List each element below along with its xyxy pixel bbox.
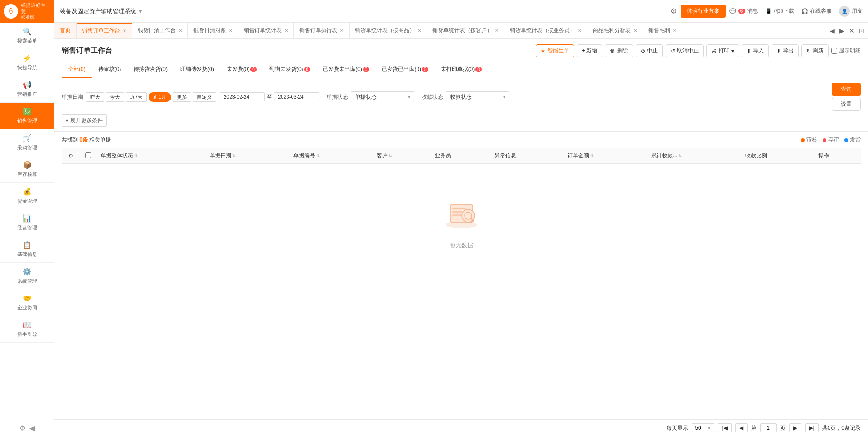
expand-conditions-btn[interactable]: ▾ 展开更多条件: [62, 114, 107, 127]
tab-sales-profit[interactable]: 销售毛利✕: [643, 23, 682, 39]
cancel-review-action-btn[interactable]: 弃审: [823, 136, 839, 144]
import-btn[interactable]: ⬆ 导入: [742, 44, 769, 57]
ship-label: 发货: [850, 136, 861, 144]
date-btn-更多[interactable]: 更多: [173, 92, 191, 102]
message-item[interactable]: 💬 6 消息: [729, 7, 758, 15]
review-action-btn[interactable]: 审核: [801, 136, 817, 144]
sub-tab-pending-review[interactable]: 待审核(0): [92, 62, 128, 78]
page-next-btn[interactable]: ▶: [789, 423, 801, 432]
payment-select[interactable]: 收款状态: [446, 91, 509, 102]
smart-create-btn[interactable]: ★ 智能生单: [536, 44, 574, 57]
tab-prev-btn[interactable]: ◀: [828, 26, 837, 35]
sub-tab-pending-inspect[interactable]: 待拣货发货(0): [127, 62, 174, 78]
tab-close-all-btn[interactable]: ✕: [847, 26, 856, 35]
sidebar-item-search[interactable]: 🔍搜索菜单: [0, 23, 54, 49]
collapse-btn[interactable]: ◀: [29, 424, 35, 432]
ship-action-btn[interactable]: 发货: [844, 136, 861, 144]
sidebar-icon-sales: 💹: [23, 107, 32, 116]
tab-cash-reconcile[interactable]: 钱货日清对账✕: [188, 23, 238, 39]
export-btn[interactable]: ⬇ 导出: [772, 44, 799, 57]
page-size-select[interactable]: 102050100: [692, 423, 714, 432]
date-label: 单据日期: [62, 93, 83, 101]
tab-close-product-margin[interactable]: ✕: [633, 28, 637, 33]
sidebar-item-inventory[interactable]: 📦库存核算: [0, 156, 54, 183]
print-btn[interactable]: 🖨 打印 ▾: [706, 44, 739, 57]
sidebar-item-purchase[interactable]: 🛒采购管理: [0, 129, 54, 156]
tab-label-sales-summary-customer: 销货单统计表（按客户）: [432, 27, 492, 34]
tab-close-sales-profit[interactable]: ✕: [673, 28, 676, 33]
tab-close-sales-exec[interactable]: ✕: [340, 28, 344, 33]
tab-close-sales-summary-product[interactable]: ✕: [417, 28, 421, 33]
show-detail-checkbox[interactable]: [831, 48, 837, 54]
sub-tab-not-printed[interactable]: 未打印单据(0)0: [435, 62, 488, 78]
tab-close-cash-reconcile[interactable]: ✕: [229, 28, 232, 33]
tab-sales-stats[interactable]: 销售订单统计表✕: [238, 23, 294, 39]
th-abnormal: 异常信息: [490, 148, 563, 164]
new-btn[interactable]: + 新增: [577, 44, 602, 57]
tab-sales-workbench[interactable]: 销售订单工作台✕: [77, 23, 132, 39]
date-btn-今天[interactable]: 今天: [106, 92, 124, 102]
page-last-btn[interactable]: ▶|: [805, 423, 819, 432]
support-item[interactable]: 🎧 在线客服: [801, 7, 832, 15]
date-btn-近1月[interactable]: 近1月: [149, 92, 171, 102]
sidebar-item-quick-nav[interactable]: ⚡快捷导航: [0, 49, 54, 76]
sidebar-item-basic[interactable]: 📋基础信息: [0, 236, 54, 263]
tab-sales-exec[interactable]: 销售订单执行表✕: [294, 23, 350, 39]
sub-tab-shipped-warehoused[interactable]: 已发货已出库(0)0: [375, 62, 434, 78]
cancel-stop-btn[interactable]: ↺ 取消中止: [666, 44, 704, 57]
sidebar-item-finance[interactable]: 💰资金管理: [0, 183, 54, 209]
tab-close-cash-daily[interactable]: ✕: [178, 28, 182, 33]
tab-close-sales-stats[interactable]: ✕: [284, 28, 288, 33]
th-checkbox[interactable]: [80, 148, 96, 164]
tab-cash-daily[interactable]: 钱货日清工作台✕: [132, 23, 188, 39]
date-btn-自定义[interactable]: 自定义: [193, 92, 216, 102]
tab-sales-summary-product[interactable]: 销货单统计表（按商品）✕: [350, 23, 427, 39]
show-detail-label[interactable]: 显示明细: [831, 47, 861, 55]
date-btn-近7天[interactable]: 近7天: [126, 92, 147, 102]
date-to-input[interactable]: [274, 92, 319, 101]
import-icon: ⬆: [747, 48, 751, 54]
sub-tab-not-shipped[interactable]: 未发货(0)0: [221, 62, 263, 78]
sidebar-item-guide[interactable]: 📖新手引导: [0, 316, 54, 343]
sidebar-icon-guide: 📖: [23, 321, 32, 329]
user-item[interactable]: 👤 用友: [839, 6, 863, 17]
page-title: 销售订单工作台: [62, 46, 112, 56]
page-prev-btn[interactable]: ◀: [735, 423, 748, 432]
tab-close-sales-summary-customer[interactable]: ✕: [495, 28, 499, 33]
th-settings[interactable]: ⚙: [62, 148, 80, 164]
tab-sales-summary-staff[interactable]: 销货单统计表（按业务员）✕: [504, 23, 587, 39]
settings-bottom-btn[interactable]: ⚙: [19, 424, 26, 432]
sidebar-item-enterprise[interactable]: 🤝企业协同: [0, 289, 54, 316]
industry-btn[interactable]: 体验行业方案: [681, 5, 726, 18]
delete-btn[interactable]: 🗑 删除: [605, 44, 633, 57]
sidebar-item-operations[interactable]: 📊经营管理: [0, 209, 54, 236]
table-settings-icon[interactable]: ⚙: [68, 153, 73, 159]
tab-next-btn[interactable]: ▶: [838, 26, 846, 35]
sub-tab-wangpu-pending[interactable]: 旺铺待发货(0): [174, 62, 221, 78]
topbar-settings-icon[interactable]: ⚙: [671, 7, 677, 15]
stop-btn[interactable]: ⊘ 中止: [636, 44, 663, 57]
tab-product-margin[interactable]: 商品毛利分析表✕: [587, 23, 643, 39]
status-select[interactable]: 单据状态: [351, 91, 414, 102]
tab-close-sales-workbench[interactable]: ✕: [123, 28, 126, 33]
refresh-btn[interactable]: ↻ 刷新: [801, 44, 829, 57]
tab-close-sales-summary-staff[interactable]: ✕: [578, 28, 581, 33]
sub-tab-overdue-not-shipped[interactable]: 到期未发货(0)0: [263, 62, 317, 78]
query-btn[interactable]: 查询: [832, 83, 861, 96]
tab-home[interactable]: 首页: [54, 23, 77, 39]
sidebar-item-marketing[interactable]: 📢营销推广: [0, 76, 54, 103]
app-download-item[interactable]: 📱 App下载: [765, 7, 794, 15]
tab-sales-summary-customer[interactable]: 销货单统计表（按客户）✕: [427, 23, 504, 39]
tab-expand-btn[interactable]: ⊡: [857, 26, 866, 35]
page-input[interactable]: [760, 423, 777, 432]
sub-tab-shipped-not-warehoused[interactable]: 已发货未出库(0)0: [317, 62, 375, 78]
sub-tab-all[interactable]: 全部(0): [62, 62, 92, 78]
table-select-all[interactable]: [85, 152, 91, 158]
page-first-btn[interactable]: |◀: [718, 423, 731, 432]
date-btn-昨天[interactable]: 昨天: [86, 92, 104, 102]
empty-text: 暂无数据: [450, 242, 473, 250]
date-from-input[interactable]: [220, 92, 265, 101]
sidebar-item-sales[interactable]: 💹销售管理: [0, 103, 54, 129]
settings-btn[interactable]: 设置: [832, 98, 861, 111]
sidebar-item-system[interactable]: ⚙️系统管理: [0, 263, 54, 289]
